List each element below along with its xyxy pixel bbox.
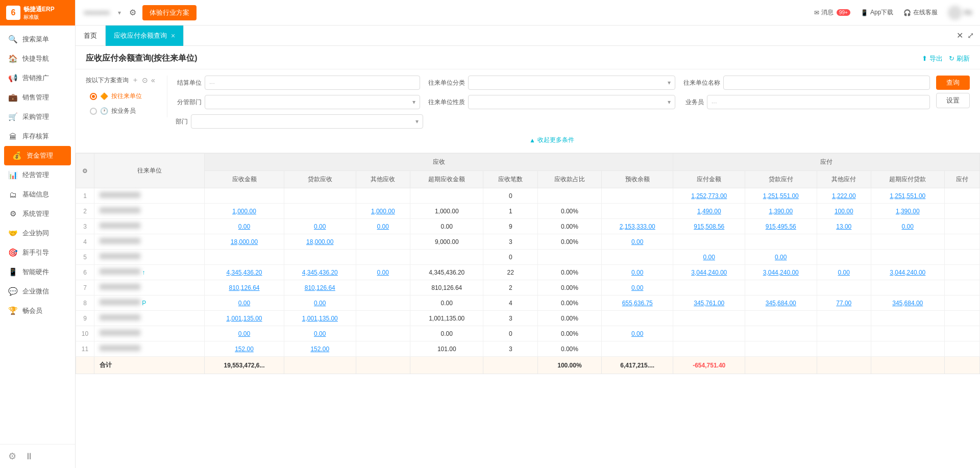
collapse-btn[interactable]: ▲ 收起更多条件 bbox=[174, 134, 930, 146]
dept-manager-label: 分管部门 bbox=[174, 98, 202, 107]
footer-label: 合计 bbox=[94, 357, 205, 374]
sidebar-item-sales[interactable]: 💼 销售管理 bbox=[0, 88, 75, 107]
message-badge: 99+ bbox=[837, 9, 850, 16]
edit-scheme-icon[interactable]: ⊙ bbox=[142, 76, 148, 84]
sidebar-item-marketing[interactable]: 📢 营销推广 bbox=[0, 68, 75, 88]
tab-home[interactable]: 首页 bbox=[76, 26, 106, 46]
footer-ap-overdue bbox=[871, 357, 945, 374]
home-icon: 🏠 bbox=[8, 54, 17, 63]
unit-nature-arrow: ▾ bbox=[668, 98, 671, 106]
system-icon: ⚙ bbox=[8, 209, 17, 218]
query-button[interactable]: 查询 bbox=[936, 76, 970, 90]
salesperson-input[interactable]: ··· bbox=[707, 95, 930, 109]
footer-ar-advance: 6,417,215.... bbox=[601, 357, 673, 374]
table-row: 11152.00152.00101.0030.00% bbox=[76, 341, 980, 357]
sidebar-item-system[interactable]: ⚙ 系统管理 bbox=[0, 204, 75, 224]
add-scheme-icon[interactable]: ＋ bbox=[132, 76, 139, 85]
dept-manager-arrow: ▾ bbox=[412, 98, 415, 106]
message-icon: ✉ bbox=[814, 9, 819, 16]
footer-empty bbox=[76, 357, 94, 374]
partner-unit-cell bbox=[94, 280, 205, 295]
sidebar-item-basic[interactable]: 🗂 基础信息 bbox=[0, 185, 75, 204]
sidebar-item-guide[interactable]: 🎯 新手引导 bbox=[0, 243, 75, 262]
filter-field-settlement: 结算单位 ··· bbox=[174, 76, 420, 90]
footer-ar-other bbox=[356, 357, 410, 374]
ar-amount-col: 应收金额 bbox=[205, 171, 284, 188]
export-button[interactable]: ⬆ 导出 bbox=[922, 54, 943, 63]
ap-amount-col: 应付金额 bbox=[673, 171, 745, 188]
filter-row-1: 结算单位 ··· 往来单位分类 ▾ bbox=[174, 76, 930, 90]
sidebar-item-operation[interactable]: 📊 经营管理 bbox=[0, 165, 75, 185]
ap-extra-col: 应付 bbox=[944, 171, 980, 188]
basic-icon: 🗂 bbox=[8, 190, 17, 199]
page-header-actions: ⬆ 导出 ↻ 刷新 bbox=[922, 54, 970, 63]
table-row: 8 P0.000.000.0040.00%655,636.75345,761.0… bbox=[76, 295, 980, 311]
collapse-footer-icon[interactable]: ⏸ bbox=[24, 451, 34, 462]
sidebar-item-corp[interactable]: 🤝 企业协同 bbox=[0, 224, 75, 243]
footer-ar-ratio: 100.00% bbox=[537, 357, 601, 374]
dept-manager-select[interactable]: ▾ bbox=[205, 95, 420, 109]
trial-button[interactable]: 体验行业方案 bbox=[142, 5, 197, 20]
settlement-input[interactable]: ··· bbox=[205, 76, 420, 90]
by-unit-icon: 🔶 bbox=[100, 92, 108, 100]
refresh-icon: ↻ bbox=[949, 55, 954, 62]
guide-icon: 🎯 bbox=[8, 248, 17, 257]
table-settings-col[interactable]: ⚙ bbox=[76, 154, 94, 188]
collapse-scheme-icon[interactable]: « bbox=[151, 76, 155, 84]
radio-by-staff bbox=[90, 108, 97, 115]
dept-select[interactable]: ▾ bbox=[191, 114, 423, 129]
unit-nature-select[interactable]: ▾ bbox=[468, 95, 675, 109]
topbar-chevron-icon: ▾ bbox=[118, 9, 121, 16]
unit-nature-label: 往来单位性质 bbox=[428, 98, 465, 107]
filter-option-by-unit[interactable]: 🔶 按往来单位 bbox=[86, 90, 161, 103]
user-avatar-btn[interactable]: Rit bbox=[948, 6, 972, 20]
filter-row-2: 分管部门 ▾ 往来单位性质 ▾ bbox=[174, 95, 930, 109]
table-row: 21,000.001,000.001,000.0010.00%1,490.001… bbox=[76, 204, 980, 219]
partner-unit-cell bbox=[94, 234, 205, 250]
filter-action-buttons: 查询 设置 bbox=[936, 76, 970, 108]
setting-button[interactable]: 设置 bbox=[936, 93, 970, 108]
sidebar-item-search[interactable]: 🔍 搜索菜单 bbox=[0, 30, 75, 49]
settlement-label: 结算单位 bbox=[174, 79, 202, 87]
tab-close-icon[interactable]: × bbox=[171, 32, 175, 40]
sidebar-item-hardware[interactable]: 📱 智能硬件 bbox=[0, 262, 75, 282]
sidebar-item-purchase[interactable]: 🛒 采购管理 bbox=[0, 107, 75, 127]
unit-name-input[interactable] bbox=[723, 76, 930, 90]
sidebar-item-quick-nav[interactable]: 🏠 快捷导航 bbox=[0, 49, 75, 68]
filter-row-3: 部门 ▾ bbox=[174, 114, 930, 129]
topbar-gear-icon[interactable]: ⚙ bbox=[129, 8, 136, 17]
dept-arrow: ▾ bbox=[415, 118, 419, 125]
tab-close-window-icon[interactable]: ✕ bbox=[957, 31, 963, 40]
online-service-btn[interactable]: 🎧 在线客服 bbox=[903, 8, 938, 17]
ar-overdue-col: 超期应收金额 bbox=[410, 171, 483, 188]
sidebar-item-member[interactable]: 🏆 畅会员 bbox=[0, 301, 75, 321]
ap-other-col: 其他应付 bbox=[817, 171, 871, 188]
tab-expand-icon[interactable]: ⤢ bbox=[967, 31, 974, 40]
unit-category-arrow: ▾ bbox=[668, 79, 671, 86]
filter-field-salesperson: 业务员 ··· bbox=[683, 95, 930, 109]
dept-label: 部门 bbox=[174, 117, 188, 126]
tab-balance[interactable]: 应收应付余额查询 × bbox=[106, 26, 184, 46]
message-btn[interactable]: ✉ 消息 99+ bbox=[814, 8, 850, 17]
sidebar-item-wechat[interactable]: 💬 企业微信 bbox=[0, 282, 75, 301]
app-icon: 📱 bbox=[861, 9, 868, 16]
settings-footer-icon[interactable]: ⚙ bbox=[8, 451, 16, 462]
filter-area: 按以下方案查询 ＋ ⊙ « 🔶 按往来单位 🕐 按业务员 bbox=[76, 69, 980, 153]
app-download-btn[interactable]: 📱 App下载 bbox=[861, 8, 893, 17]
purchase-icon: 🛒 bbox=[8, 112, 17, 121]
ar-other-col: 其他应收 bbox=[356, 171, 410, 188]
filter-field-dept-manager: 分管部门 ▾ bbox=[174, 95, 420, 109]
payable-group-header: 应付 bbox=[673, 154, 980, 171]
hardware-icon: 📱 bbox=[8, 267, 17, 277]
filter-option-by-staff[interactable]: 🕐 按业务员 bbox=[86, 105, 161, 117]
unit-category-select[interactable]: ▾ bbox=[468, 76, 675, 90]
partner-unit-cell: ↑ bbox=[94, 265, 205, 280]
table-row: 100.000.000.0000.00%0.00 bbox=[76, 326, 980, 341]
sidebar-item-finance[interactable]: 💰 资金管理 bbox=[4, 146, 71, 165]
sidebar-item-inventory[interactable]: 🏛 库存核算 bbox=[0, 127, 75, 146]
main-content: 首页 应收应付余额查询 × ✕ ⤢ 应收应付余额查询(按往来单位) ⬆ 导出 bbox=[76, 26, 980, 468]
data-table-wrapper: ⚙ 往来单位 应收 应付 应收金额 贷款应收 其他应收 超期应收金额 应收笔数 … bbox=[76, 153, 980, 405]
by-staff-icon: 🕐 bbox=[100, 107, 108, 115]
refresh-button[interactable]: ↻ 刷新 bbox=[949, 54, 970, 63]
partner-unit-cell bbox=[94, 341, 205, 357]
